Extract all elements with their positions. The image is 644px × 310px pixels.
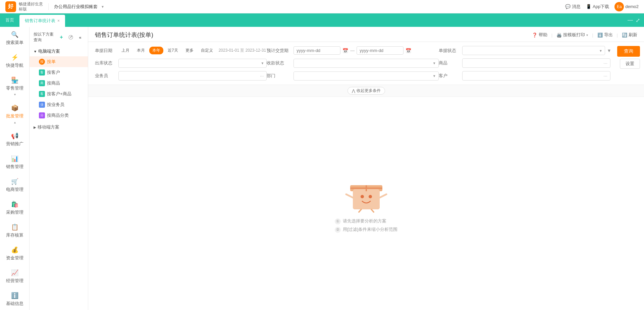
pc-scheme-group-title[interactable]: ▼ 电脑端方案	[30, 46, 88, 56]
tab-home[interactable]: 首页	[0, 13, 19, 27]
sidebar-item-ecommerce[interactable]: 🛒 电商管理	[0, 174, 29, 197]
divider3: |	[617, 33, 618, 38]
calendar-start-icon[interactable]: 📅	[342, 48, 348, 53]
payment-status-select[interactable]	[293, 59, 438, 68]
refresh-btn[interactable]: 🔄 刷新	[622, 32, 637, 38]
status-select[interactable]	[462, 46, 605, 55]
expected-date-inputs: 📅 — 📅	[293, 46, 411, 55]
top-bar-left: 好 畅捷通好生意 标版 办公用品行业模拟账套 ▾	[5, 1, 104, 12]
message-btn[interactable]: 💬 消息	[565, 4, 581, 10]
more-date-btn[interactable]: 更多	[182, 47, 197, 54]
content-area: 按以下方案查询 + « ▼ 电脑端方案 按 按单	[30, 27, 644, 310]
filter-row-2: 出库状态 收款状态	[95, 58, 610, 68]
payment-status-select-wrap	[293, 59, 438, 68]
sidebar-item-operations[interactable]: 📈 经营管理	[0, 265, 29, 288]
basic-info-icon: ℹ️	[11, 292, 18, 299]
quick-nav-icon: ⚡	[11, 54, 18, 61]
empty-tip-2: ② 用[过滤]条件来缩小分析范围	[335, 226, 397, 233]
sidebar-item-marketing[interactable]: 📢 营销推广	[0, 128, 29, 151]
settings-button[interactable]: 设置	[620, 59, 640, 69]
last-month-btn[interactable]: 上月	[118, 47, 132, 54]
operations-icon: 📈	[11, 269, 18, 276]
filter-date-group: 单据日期 上月 本月 本年 近7天 更多 自定义 2023-01-01 至 20…	[95, 47, 267, 54]
sidebar-item-quick-nav[interactable]: ⚡ 快捷导航	[0, 50, 29, 72]
goods-more-icon[interactable]: ···	[603, 60, 607, 66]
tab-bar: 首页 销售订单统计表 × — ⤢	[0, 13, 644, 27]
collapse-btn[interactable]: ⋀ 收起更多条件	[347, 87, 385, 95]
app-title: 办公用品行业模拟账套	[54, 4, 98, 10]
help-btn[interactable]: ❓ 帮助	[532, 32, 547, 38]
logo-icon: 好	[5, 1, 16, 12]
scheme-icon-circle: 按	[39, 59, 45, 65]
customer-input-wrap: ···	[462, 71, 610, 81]
scheme-icon-customer-goods: 客	[39, 91, 45, 97]
user-profile[interactable]: Ea demo2	[614, 2, 639, 11]
filter-salesperson-group: 业务员 ···	[95, 71, 267, 81]
expected-date-end-input[interactable]	[357, 46, 404, 55]
sidebar-item-finance[interactable]: 💰 资金管理	[0, 242, 29, 265]
scheme-item-by-customer[interactable]: 客 按客户	[30, 67, 88, 78]
scheme-item-by-customer-goods[interactable]: 客 按客户+商品	[30, 89, 88, 99]
divider2: |	[592, 33, 593, 38]
empty-tip-1: ① 请先选择要分析的方案	[335, 218, 397, 224]
top-bar-right: 💬 消息 📱 App下载 Ea demo2	[565, 2, 639, 11]
export-icon: ⬇️	[597, 33, 603, 38]
sidebar-item-retail[interactable]: 🏪 零售管理 ▾	[0, 72, 29, 100]
sidebar-item-search[interactable]: 🔍 搜索菜单	[0, 27, 29, 50]
edit-scheme-btn[interactable]	[67, 34, 74, 41]
app-title-arrow[interactable]: ▾	[102, 4, 104, 9]
query-button[interactable]: 查询	[617, 46, 640, 57]
filter-row-1: 单据日期 上月 本月 本年 近7天 更多 自定义 2023-01-01 至 20…	[95, 46, 610, 55]
out-status-label: 出库状态	[95, 60, 118, 66]
sidebar-item-purchase[interactable]: 🛍️ 采购管理	[0, 197, 29, 219]
scheme-item-by-order[interactable]: 按 按单	[30, 56, 88, 67]
export-btn[interactable]: ⬇️ 导出	[597, 32, 613, 38]
tab-close-icon[interactable]: ×	[57, 18, 60, 23]
sidebar-item-sales[interactable]: 📊 销售管理	[0, 151, 29, 174]
add-scheme-btn[interactable]: +	[58, 34, 65, 41]
mobile-scheme-group[interactable]: ▶ 移动端方案	[30, 122, 88, 132]
salesperson-input-wrap: ···	[118, 71, 267, 81]
scheme-item-by-salesperson[interactable]: 业 按业务员	[30, 99, 88, 110]
app-download-btn[interactable]: 📱 App下载	[586, 4, 609, 10]
tab-maximize-icon[interactable]: ⤢	[636, 17, 640, 23]
wholesale-icon: 📦	[11, 104, 18, 112]
salesperson-more-icon[interactable]: ···	[260, 73, 264, 79]
custom-date-btn[interactable]: 自定义	[198, 47, 216, 54]
tab-minimize-icon[interactable]: —	[628, 17, 633, 23]
pc-scheme-group: ▼ 电脑端方案 按 按单 客 按客户 商 按商品 客 按客户+商品	[30, 45, 88, 122]
finance-icon: 💰	[11, 246, 18, 254]
sidebar-item-inventory[interactable]: 📋 库存核算	[0, 219, 29, 242]
sidebar-item-basic-info[interactable]: ℹ️ 基础信息	[0, 288, 29, 310]
filter-payment-status-group: 收款状态	[267, 59, 438, 68]
out-status-select[interactable]	[118, 59, 267, 68]
marketing-icon: 📢	[11, 132, 18, 140]
svg-point-7	[369, 195, 372, 198]
svg-rect-3	[353, 189, 380, 209]
filter-status-group: 单据状态 ▾	[439, 46, 610, 55]
customer-more-icon[interactable]: ···	[603, 73, 607, 79]
avatar: Ea	[614, 2, 624, 11]
message-icon: 💬	[565, 4, 571, 9]
scheme-item-by-category[interactable]: 分 按商品分类	[30, 110, 88, 121]
empty-svg	[343, 172, 390, 213]
search-icon: 🔍	[11, 31, 18, 38]
department-select[interactable]	[293, 71, 438, 81]
tab-sales-order-stats[interactable]: 销售订单统计表 ×	[19, 15, 65, 27]
this-year-btn[interactable]: 本年	[149, 47, 163, 54]
filter-fields: 单据日期 上月 本月 本年 近7天 更多 自定义 2023-01-01 至 20…	[88, 42, 617, 85]
scheme-icon-customer: 客	[39, 69, 45, 75]
collapse-panel-btn[interactable]: «	[76, 34, 84, 41]
print-icon: 🖨️	[556, 33, 562, 38]
page-title: 销售订单统计表(按单)	[95, 31, 153, 39]
last7-btn[interactable]: 近7天	[165, 47, 181, 54]
tip1-num: ①	[335, 218, 341, 224]
expected-date-start-input[interactable]	[293, 46, 340, 55]
this-month-btn[interactable]: 本月	[134, 47, 148, 54]
calendar-end-icon[interactable]: 📅	[406, 48, 411, 53]
scheme-item-by-goods[interactable]: 商 按商品	[30, 78, 88, 89]
status-more-icon[interactable]: ▾	[608, 47, 610, 54]
sidebar-item-wholesale[interactable]: 📦 批发管理 ▴	[0, 100, 29, 128]
page-header: 销售订单统计表(按单) ❓ 帮助 | 🖨️ 按模板打印 ▾ | ⬇️	[88, 27, 644, 42]
template-print-btn[interactable]: 🖨️ 按模板打印 ▾	[556, 32, 588, 38]
